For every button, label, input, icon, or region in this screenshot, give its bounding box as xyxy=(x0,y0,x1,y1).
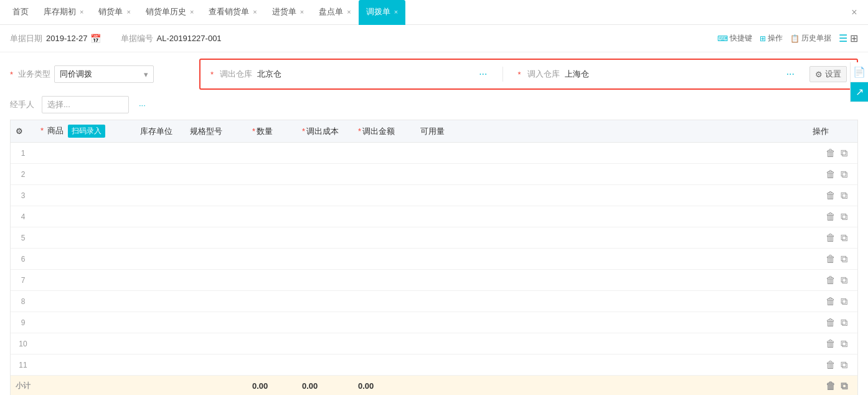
tab-transfer-order-label: 调拨单 xyxy=(366,6,390,17)
sidebar-doc-icon[interactable]: 📄 xyxy=(851,62,868,82)
col-amount: 调出金额 xyxy=(353,126,415,137)
settings-col-icon: ⚙ xyxy=(16,126,23,136)
grid-view-icon[interactable]: ⊞ xyxy=(850,32,858,44)
row-actions-1: 🗑 ⧉ xyxy=(808,148,857,159)
row-actions-8: 🗑 ⧉ xyxy=(808,296,857,307)
close-all-tabs-button[interactable]: × xyxy=(846,4,863,21)
close-tab-view-sales[interactable]: × xyxy=(253,8,257,16)
delete-row-3-icon[interactable]: 🗑 xyxy=(826,190,836,201)
delete-row-7-icon[interactable]: 🗑 xyxy=(826,275,836,286)
col-product: 商品 扫码录入 xyxy=(35,125,135,138)
tab-view-sales[interactable]: 查看销货单 × xyxy=(201,0,264,25)
tab-sales-history[interactable]: 销货单历史 × xyxy=(138,0,201,25)
warehouse-section: * 调出仓库 北京仓 ··· * 调入仓库 上海仓 ··· ⚙ 设置 xyxy=(199,59,858,90)
toolbar-right: ⌨ 快捷键 ⊞ 操作 📋 历史单据 ☰ ⊞ xyxy=(717,32,858,44)
delete-row-10-icon[interactable]: 🗑 xyxy=(826,338,836,350)
copy-row-3-icon[interactable]: ⧉ xyxy=(841,190,847,201)
copy-row-6-icon[interactable]: ⧉ xyxy=(841,254,847,265)
history-icon: 📋 xyxy=(790,34,800,43)
table-row: 3 🗑 ⧉ xyxy=(11,185,857,206)
history-label: 历史单据 xyxy=(801,33,831,44)
copy-row-4-icon[interactable]: ⧉ xyxy=(841,211,847,222)
table-row: 11 🗑 ⧉ xyxy=(11,355,857,376)
col-qty: 数量 xyxy=(247,126,297,137)
business-type-select[interactable]: 同价调拨 ▾ xyxy=(54,65,154,83)
doc-no-value: AL-20191227-001 xyxy=(157,34,222,43)
delete-row-1-icon[interactable]: 🗑 xyxy=(826,148,836,159)
copy-row-5-icon[interactable]: ⧉ xyxy=(841,232,847,244)
delete-row-6-icon[interactable]: 🗑 xyxy=(826,254,836,265)
warehouse-in-more-button[interactable]: ··· xyxy=(786,69,795,80)
close-tab-sales-history[interactable]: × xyxy=(190,8,194,16)
chevron-down-icon: ▾ xyxy=(144,70,148,79)
col-product-label: 商品 xyxy=(47,126,64,135)
shortcuts-label: 快捷键 xyxy=(730,33,752,44)
tab-transfer-order[interactable]: 调拨单 × xyxy=(359,0,405,25)
copy-row-1-icon[interactable]: ⧉ xyxy=(841,148,847,159)
copy-row-2-icon[interactable]: ⧉ xyxy=(841,169,847,180)
row-num-5: 5 xyxy=(11,234,35,242)
total-cost: 0.00 xyxy=(297,381,353,391)
delete-row-2-icon[interactable]: 🗑 xyxy=(826,169,836,180)
total-delete-icon[interactable]: 🗑 xyxy=(826,381,836,392)
table-row: 5 🗑 ⧉ xyxy=(11,227,857,249)
warehouse-in-required: * xyxy=(518,70,521,79)
date-value: 2019-12-27 xyxy=(46,34,88,43)
delete-row-4-icon[interactable]: 🗑 xyxy=(826,211,836,222)
settings-button[interactable]: ⚙ 设置 xyxy=(809,66,847,82)
handler-input[interactable]: 选择... xyxy=(42,96,129,113)
handler-more-button[interactable]: ··· xyxy=(136,100,148,110)
warehouse-out-value: 北京仓 xyxy=(257,69,281,80)
col-available: 可用量 xyxy=(415,126,808,137)
delete-row-9-icon[interactable]: 🗑 xyxy=(826,317,836,328)
settings-gear-icon: ⚙ xyxy=(815,70,823,79)
operations-button[interactable]: ⊞ 操作 xyxy=(760,33,783,44)
col-settings[interactable]: ⚙ xyxy=(11,126,35,136)
total-amount: 0.00 xyxy=(353,381,415,391)
handler-row: 经手人 选择... ··· xyxy=(10,96,858,113)
copy-row-10-icon[interactable]: ⧉ xyxy=(841,338,847,350)
shortcuts-button[interactable]: ⌨ 快捷键 xyxy=(717,33,752,44)
copy-row-9-icon[interactable]: ⧉ xyxy=(841,317,847,328)
calendar-icon[interactable]: 📅 xyxy=(90,34,101,44)
scan-button[interactable]: 扫码录入 xyxy=(68,125,105,138)
warehouse-in-label: 调入仓库 xyxy=(527,69,560,80)
table-row: 10 🗑 ⧉ xyxy=(11,333,857,355)
row-num-3: 3 xyxy=(11,191,35,200)
close-tab-inventory-check[interactable]: × xyxy=(347,8,351,16)
delete-row-8-icon[interactable]: 🗑 xyxy=(826,296,836,307)
total-copy-icon[interactable]: ⧉ xyxy=(841,381,847,392)
tab-purchase-order[interactable]: 进货单 × xyxy=(265,0,311,25)
sidebar-export-icon[interactable]: ↗ xyxy=(851,82,868,102)
tab-inventory-check[interactable]: 盘点单 × xyxy=(311,0,358,25)
right-sidebar: 📄 ↗ xyxy=(850,62,868,102)
copy-row-8-icon[interactable]: ⧉ xyxy=(841,296,847,307)
history-button[interactable]: 📋 历史单据 xyxy=(790,33,831,44)
row-num-11: 11 xyxy=(11,361,35,369)
col-cost: 调出成本 xyxy=(297,126,353,137)
copy-row-7-icon[interactable]: ⧉ xyxy=(841,275,847,286)
close-tab-purchase-order[interactable]: × xyxy=(300,8,304,16)
delete-row-5-icon[interactable]: 🗑 xyxy=(826,232,836,244)
warehouse-out-more-button[interactable]: ··· xyxy=(479,69,487,80)
row-actions-5: 🗑 ⧉ xyxy=(808,232,857,244)
close-tab-transfer-order[interactable]: × xyxy=(394,8,398,16)
row-num-6: 6 xyxy=(11,255,35,264)
total-qty: 0.00 xyxy=(247,381,297,391)
tab-inventory-init[interactable]: 库存期初 × xyxy=(36,0,91,25)
close-tab-sales-order[interactable]: × xyxy=(126,8,130,16)
total-label: 小计 xyxy=(11,381,35,391)
delete-row-11-icon[interactable]: 🗑 xyxy=(826,359,836,371)
operations-icon: ⊞ xyxy=(760,34,766,43)
tab-home[interactable]: 首页 xyxy=(5,0,36,25)
handler-label: 经手人 xyxy=(10,99,34,110)
row-num-4: 4 xyxy=(11,212,35,221)
close-tab-inventory-init[interactable]: × xyxy=(80,8,83,16)
table-row: 1 🗑 ⧉ xyxy=(11,143,857,164)
business-type-label: 业务类型 xyxy=(18,69,50,80)
total-row: 小计 0.00 0.00 0.00 🗑 ⧉ xyxy=(11,376,857,395)
tab-sales-order[interactable]: 销货单 × xyxy=(91,0,138,25)
copy-row-11-icon[interactable]: ⧉ xyxy=(841,359,847,371)
col-unit: 库存单位 xyxy=(135,126,185,137)
list-view-icon[interactable]: ☰ xyxy=(839,32,847,44)
